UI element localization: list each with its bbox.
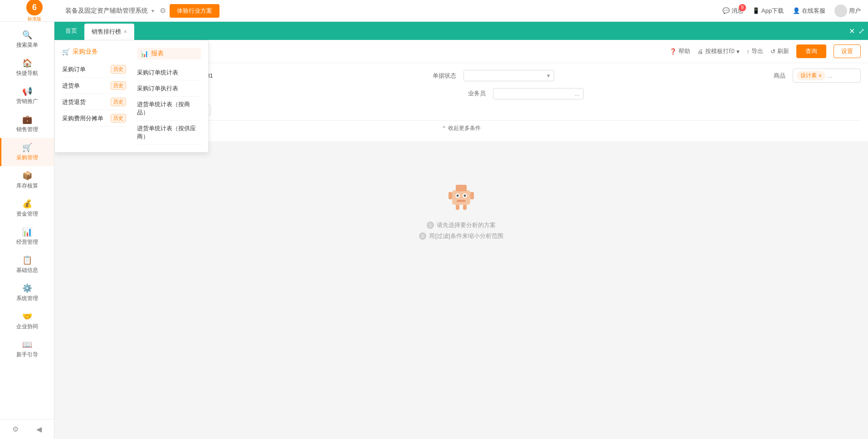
menu-item-expense[interactable]: 采购费用分摊单 历史 — [62, 110, 126, 127]
top-header: 6 标准版 装备及固定资产辅助管理系统 ▾ ⚙ 体验行业方案 💬 消息 9 📱 … — [0, 0, 868, 22]
help-btn[interactable]: ❓ 帮助 — [669, 47, 690, 55]
setting-btn[interactable]: 设置 — [834, 44, 861, 58]
sidebar-item-sales[interactable]: 💼 销售管理 — [0, 110, 54, 138]
status-dropdown-arrow: ▾ — [547, 72, 550, 79]
sidebar-item-purchase[interactable]: 🛒 采购管理 — [0, 138, 54, 166]
message-btn[interactable]: 💬 消息 9 — [722, 7, 743, 15]
status-filter-label: 单据状态 — [433, 72, 456, 80]
help-icon: ❓ — [669, 48, 677, 55]
marketing-icon: 📢 — [22, 86, 32, 96]
menu-item-expense-badge: 历史 — [111, 114, 126, 123]
svg-rect-9 — [456, 205, 459, 210]
report-col-title-text: 报表 — [151, 49, 164, 58]
goods-filter-label: 商品 — [774, 72, 785, 80]
svg-rect-7 — [449, 192, 452, 199]
tab-sales-rank[interactable]: 销售排行榜 × — [84, 24, 134, 40]
operation-icon: 📊 — [22, 227, 32, 237]
sidebar-item-inventory[interactable]: 📦 库存核算 — [0, 166, 54, 194]
svg-rect-1 — [456, 185, 467, 191]
menu-item-inbound[interactable]: 进货单 历史 — [62, 78, 126, 94]
bottom-collapse-icon[interactable]: ◀ — [36, 425, 42, 434]
sidebar-item-label-inventory: 库存核算 — [16, 182, 38, 190]
menu-item-purchase-order-badge: 历史 — [111, 65, 126, 74]
message-badge: 9 — [739, 4, 746, 11]
sidebar-item-home[interactable]: 🏠 快捷导航 — [0, 54, 54, 82]
svg-rect-8 — [470, 192, 474, 199]
menu-item-order-stats[interactable]: 采购订单统计表 — [137, 65, 201, 81]
online-service-btn[interactable]: 👤 在线客服 — [793, 7, 825, 15]
menu-item-order-stats-label: 采购订单统计表 — [137, 69, 178, 77]
report-col: 📊 报表 采购订单统计表 采购订单执行表 进货单统计表（按商品） 进货单统计表（… — [137, 48, 201, 145]
sidebar-item-system[interactable]: ⚙️ 系统管理 — [0, 279, 54, 307]
menu-item-return[interactable]: 进货退货 历史 — [62, 94, 126, 110]
print-label: 按模板打印 — [705, 47, 735, 55]
collapse-icon: ⌃ — [442, 125, 446, 132]
menu-item-return-badge: 历史 — [111, 98, 126, 106]
goods-dots[interactable]: ... — [827, 72, 832, 79]
sidebar-item-guide[interactable]: 📖 新手引导 — [0, 335, 54, 363]
menu-item-inbound-badge: 历史 — [111, 81, 126, 90]
bottom-settings-icon[interactable]: ⚙ — [12, 425, 19, 434]
refresh-label: 刷新 — [777, 47, 789, 55]
inventory-icon: 📦 — [22, 171, 32, 181]
tab-sales-rank-label: 销售排行榜 — [92, 28, 121, 36]
menu-item-order-exec[interactable]: 采购订单执行表 — [137, 81, 201, 97]
logo-area: 6 标准版 — [7, 0, 62, 22]
sidebar-item-label-home: 快捷导航 — [16, 69, 38, 77]
tab-close-window-btn[interactable]: ✕ — [849, 27, 855, 35]
sidebar-item-cooperation[interactable]: 🤝 企业协同 — [0, 307, 54, 335]
step-num-1: ① — [427, 222, 434, 229]
menu-item-inbound-label: 进货单 — [62, 82, 80, 90]
app-download-btn[interactable]: 📱 App下载 — [752, 7, 784, 15]
help-label: 帮助 — [678, 47, 690, 55]
purchase-col-title-text: 采购业务 — [73, 48, 98, 56]
app-download-label: App下载 — [761, 7, 784, 15]
sidebar-item-label-sales: 销售管理 — [16, 126, 38, 133]
print-dropdown-arrow[interactable]: ▾ — [736, 48, 740, 55]
menu-item-expense-label: 采购费用分摊单 — [62, 114, 103, 123]
query-btn[interactable]: 查询 — [796, 44, 826, 58]
goods-filter-input[interactable]: 设计素 × ... — [793, 69, 861, 83]
tab-home[interactable]: 首页 — [58, 22, 84, 40]
goods-tag: 设计素 × — [797, 71, 825, 80]
svg-rect-0 — [452, 190, 470, 205]
sidebar-item-basic[interactable]: 📋 基础信息 — [0, 251, 54, 279]
refresh-btn[interactable]: ↺ 刷新 — [770, 47, 789, 55]
salesperson-dots[interactable]: ... — [575, 90, 580, 97]
status-filter-input[interactable]: ▾ — [463, 70, 554, 81]
svg-rect-10 — [463, 205, 467, 210]
sidebar-item-search[interactable]: 🔍 搜索菜单 — [0, 25, 54, 54]
empty-state: ① 请先选择要分析的方案 ② 用[过滤]条件来缩小分析范围 — [54, 141, 868, 276]
export-btn[interactable]: ↑ 导出 — [747, 47, 764, 55]
menu-item-inbound-stats-goods[interactable]: 进货单统计表（按商品） — [137, 97, 201, 121]
app-icon: 📱 — [752, 7, 760, 14]
menu-item-purchase-order[interactable]: 采购订单 历史 — [62, 61, 126, 78]
sidebar-item-operation[interactable]: 📊 经营管理 — [0, 222, 54, 251]
tab-close-btn[interactable]: × — [124, 29, 127, 35]
logo-subtitle: 标准版 — [28, 16, 41, 22]
search-menu-icon: 🔍 — [22, 30, 32, 40]
sidebar-item-finance[interactable]: 💰 资金管理 — [0, 194, 54, 222]
menu-item-inbound-stats-supplier[interactable]: 进货单统计表（按供应商） — [137, 121, 201, 145]
industry-btn[interactable]: 体验行业方案 — [170, 4, 219, 18]
purchase-col-icon: 🛒 — [62, 48, 70, 55]
print-btn[interactable]: 🖨 按模板打印 ▾ — [697, 47, 740, 55]
sidebar-item-marketing[interactable]: 📢 营销推广 — [0, 82, 54, 110]
goods-tag-close-btn[interactable]: × — [819, 73, 822, 79]
collapse-btn[interactable]: ⌃ 收起更多条件 — [442, 124, 481, 132]
step-num-2: ② — [419, 232, 426, 240]
menu-item-return-label: 进货退货 — [62, 98, 86, 106]
salesperson-filter-label: 业务员 — [468, 89, 486, 98]
salesperson-filter-input[interactable]: ... — [493, 88, 584, 99]
user-area[interactable]: 用户 — [834, 5, 861, 17]
cooperation-icon: 🤝 — [22, 311, 32, 321]
export-label: 导出 — [751, 47, 763, 55]
finance-icon: 💰 — [22, 199, 32, 209]
logo-icon: 6 — [26, 0, 43, 15]
tab-maximize-btn[interactable]: ⤢ — [858, 27, 864, 35]
guide-icon: 📖 — [22, 340, 32, 350]
settings-gear-icon[interactable]: ⚙ — [160, 6, 166, 15]
system-dropdown-arrow[interactable]: ▾ — [151, 8, 154, 14]
report-col-icon: 📊 — [141, 50, 148, 57]
tab-bar: 首页 销售排行榜 × ✕ ⤢ 🛒 采购业务 采购订单 — [54, 22, 868, 40]
